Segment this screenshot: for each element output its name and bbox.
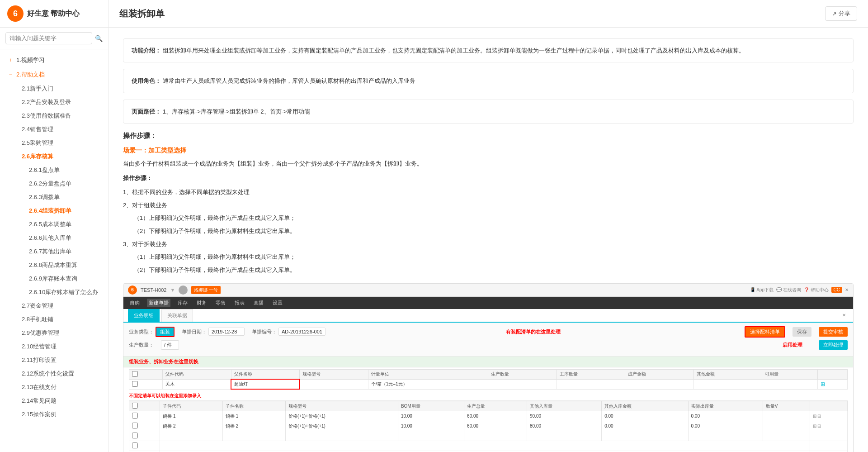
mock-b-td-in-1: 90.00 (527, 411, 602, 421)
share-icon: ↗ (832, 10, 837, 17)
mock-tab-detail[interactable]: 业务明细 (128, 309, 160, 322)
mock-b-td-spec-1: 价格(+1)+价格(+1) (285, 411, 398, 421)
mock-icon-app: 📱 App下载 (750, 287, 774, 293)
mock-b-td-inamt-3 (602, 431, 688, 441)
mock-code-label: 单据编号： (252, 328, 277, 335)
mock-date-label: 单据日期： (182, 328, 207, 335)
sidebar-item-docs[interactable]: − 2.帮助文档 2.1新手入门 2.2产品安装及登录 2.3使用前数据准备 2… (0, 67, 108, 421)
sidebar-item-2-11[interactable]: 2.11打印设置 (16, 353, 108, 367)
mock-row-check[interactable] (132, 381, 138, 387)
scene-title: 场景一：加工类型选择 (123, 147, 854, 155)
step2-1: （1）上部明细为父件明细，最终作为产成品生成其它入库单； (134, 213, 854, 224)
sidebar-item-2-6-3[interactable]: 2.6.3调拨单 (24, 190, 108, 204)
mock-select-bom-btn[interactable]: 选择配料清单 (745, 326, 785, 338)
sidebar-item-2-9[interactable]: 2.9优惠券管理 (16, 326, 108, 340)
mock-bth-ops (810, 401, 847, 411)
sidebar-item-2-6-1[interactable]: 2.6.1盘点单 (24, 163, 108, 177)
sidebar-item-2-3[interactable]: 2.3使用前数据准备 (16, 109, 108, 123)
search-input[interactable] (5, 32, 92, 44)
mock-nav-retail: 零售 (214, 299, 227, 307)
mock-nav: 自购 新建单据 库存 财务 零售 报表 直播 设置 (123, 297, 853, 309)
mock-select-all[interactable] (132, 371, 138, 377)
sidebar-item-2-14[interactable]: 2.14常见问题 (16, 394, 108, 408)
mock-type-field: 业务类型： 组装 (129, 327, 175, 337)
mock-td-spec (300, 379, 368, 389)
sidebar-item-2-4[interactable]: 2.4销售管理 (16, 123, 108, 136)
mock-td-amt (625, 379, 694, 389)
mock-td-code: 关木 (163, 379, 231, 389)
table-row: 鸽棒 2 鸽棒 2 价格(+1)+价格(+1) 10.00 60.00 80.0… (129, 421, 848, 431)
mock-td-unit: 个/箱（1元=1元） (368, 379, 488, 389)
mock-b-td-out-1: 0.00 (688, 411, 763, 421)
sidebar-item-2-6-10[interactable]: 2.6.10库存账本错了怎么办 (24, 285, 108, 299)
mock-b-td-out-3 (688, 431, 763, 441)
mock-form-row-2: 生产数量： / 件 启用处理 立即处理 (129, 340, 848, 350)
mock-b-row-check-3[interactable] (132, 433, 138, 438)
mock-qty-value: / 件 (161, 340, 179, 350)
mock-section-header: 组装业务、拆卸业务在这里切换 (123, 357, 853, 367)
sidebar-item-2-5[interactable]: 2.5采购管理 (16, 136, 108, 150)
mock-b-row-check-1[interactable] (132, 413, 138, 419)
mock-b-row-check-4[interactable] (132, 442, 138, 448)
mock-b-td-total-2: 60.00 (464, 421, 527, 431)
sidebar-item-2-6-9[interactable]: 2.6.9库存账本查询 (24, 272, 108, 285)
scene-desc: 当由多个子件材料组装成一个成品的业务为【组装】业务，当由一个父件拆分成多个子产品… (123, 158, 854, 170)
intro-label: 功能介绍： (132, 47, 161, 54)
sidebar: 6 好生意 帮助中心 🔍 + 1.视频学习 − 2.帮助文档 2.1新手入门 2… (0, 0, 108, 452)
sidebar-item-2-6-5[interactable]: 2.6.5成本调整单 (24, 218, 108, 231)
mock-expand-icon[interactable]: ⊞ (821, 381, 825, 387)
mock-th-ops (818, 369, 848, 379)
sidebar-item-2-6-6[interactable]: 2.6.6其他入库单 (24, 231, 108, 245)
mock-save-btn[interactable]: 保存 (793, 327, 811, 337)
mock-b-select-all[interactable] (132, 403, 138, 409)
mock-form-area: 业务类型： 组装 单据日期： 2019-12-28 单据编号： AD-20191… (123, 323, 853, 357)
mock-submit-btn[interactable]: 提交审核 (819, 327, 848, 337)
search-box: 🔍 (0, 28, 108, 49)
mock-b-action-1[interactable]: ⊞ ⊟ (813, 414, 821, 419)
mock-b-row-check-2[interactable] (132, 423, 138, 428)
role-text: 通常由生产人员或库管人员完成拆装业务的操作，库管人员确认原材料的出库和产成品的入… (163, 77, 415, 84)
mock-th-checkbox (129, 369, 163, 379)
mock-b-td-total-1: 60.00 (464, 411, 527, 421)
sidebar-item-2-7[interactable]: 2.7资金管理 (16, 299, 108, 313)
sidebar-item-2-6-4[interactable]: 2.6.4组装拆卸单 (24, 204, 108, 218)
sidebar-item-2-6-8[interactable]: 2.6.8商品成本重算 (24, 258, 108, 272)
sidebar-item-2-2[interactable]: 2.2产品安装及登录 (16, 95, 108, 109)
sidebar-item-2-10[interactable]: 2.10经营管理 (16, 340, 108, 353)
sidebar-item-video[interactable]: + 1.视频学习 (0, 53, 108, 67)
sidebar-item-label: 1.视频学习 (16, 56, 45, 64)
sidebar-item-label: 2.帮助文档 (16, 71, 45, 79)
sidebar-item-2-8[interactable]: 2.8手机旺铺 (16, 313, 108, 326)
mock-form-row-1: 业务类型： 组装 单据日期： 2019-12-28 单据编号： AD-20191… (129, 326, 848, 338)
mock-bottom-table-area: 不固定清单可以组装在这里添加录入 子件代码 子件名称 规格型号 BOM用量 生产… (123, 391, 853, 452)
sidebar-item-2-6-7[interactable]: 2.6.7其他出库单 (24, 245, 108, 258)
mock-b-action-2[interactable]: ⊞ ⊟ (813, 423, 821, 428)
mock-td-avail (762, 379, 818, 389)
sidebar-item-2-12[interactable]: 2.12系统个性化设置 (16, 367, 108, 381)
share-button[interactable]: ↗ 分享 (825, 6, 857, 21)
sidebar-item-2-13[interactable]: 2.13在线支付 (16, 381, 108, 394)
sidebar-item-2-6-2[interactable]: 2.6.2分量盘点单 (24, 177, 108, 190)
screenshot-inner: 6 TEST-H002 ▼ 洛娜娜 一号 📱 App下载 💬 在线咨询 ❓ 帮助… (123, 284, 853, 452)
intro-block: 功能介绍： 组装拆卸单用来处理企业组装或拆卸等加工业务，支持有固定装配清单的产品… (123, 38, 854, 62)
sidebar-item-2-15[interactable]: 2.15操作案例 (16, 408, 108, 421)
sidebar-item-2-1[interactable]: 2.1新手入门 (16, 82, 108, 95)
mock-b-td-bom-3 (398, 431, 464, 441)
mock-th-amount: 成产金额 (625, 369, 694, 379)
mock-titlebar: 6 TEST-H002 ▼ 洛娜娜 一号 📱 App下载 💬 在线咨询 ❓ 帮助… (123, 284, 853, 297)
screenshot-container: 6 TEST-H002 ▼ 洛娜娜 一号 📱 App下载 💬 在线咨询 ❓ 帮助… (123, 283, 854, 452)
mock-b-td-bom-1: 10.00 (398, 411, 464, 421)
mock-bth-in-qty: 其他入库量 (527, 401, 602, 411)
mock-type-value[interactable]: 组装 (156, 327, 175, 337)
mock-enable-btn[interactable]: 立即处理 (819, 340, 848, 350)
search-button[interactable]: 🔍 (95, 35, 103, 42)
sidebar-header: 6 好生意 帮助中心 (0, 0, 108, 28)
mock-close-btn[interactable]: ✕ (840, 311, 849, 319)
mock-tab-related[interactable]: 关联单据 (161, 309, 193, 322)
mock-td-checkbox (129, 379, 163, 389)
sidebar-item-2-6[interactable]: 2.6库存核算 (16, 150, 108, 163)
app-name: 好生意 帮助中心 (27, 9, 80, 19)
mock-qty-label: 生产数量： (129, 342, 154, 348)
mock-bth-out-qty: 实际出库量 (688, 401, 763, 411)
logo-icon: 6 (7, 5, 24, 22)
